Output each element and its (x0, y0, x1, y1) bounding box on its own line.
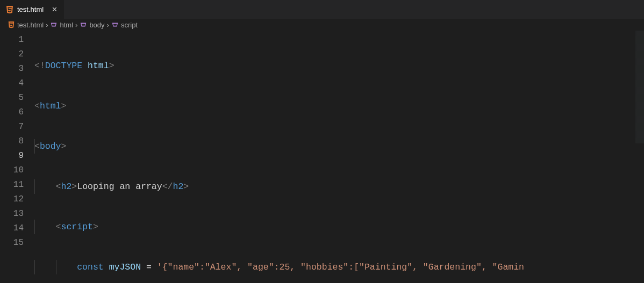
line-number: 1 (0, 33, 24, 47)
line-number: 10 (0, 163, 24, 178)
editor[interactable]: 1 2 3 4 5 6 7 8 9 10 11 12 13 14 15 <!DO… (0, 31, 644, 283)
html-file-icon (8, 21, 15, 28)
breadcrumb: test.html › html › body › script (0, 19, 644, 31)
vertical-scrollbar[interactable] (636, 31, 644, 283)
line-number: 3 (0, 62, 24, 76)
chevron-right-icon: › (107, 21, 109, 29)
line-number: 2 (0, 47, 24, 62)
line-number: 6 (0, 105, 24, 120)
crumb-label: html (60, 21, 73, 29)
line-number: 11 (0, 178, 24, 192)
html-file-icon (5, 5, 14, 14)
code-line: <html> (34, 99, 644, 113)
tab-label: test.html (17, 5, 44, 13)
line-number: 13 (0, 207, 24, 221)
line-number: 12 (0, 192, 24, 207)
symbol-icon (111, 21, 119, 28)
code-line: const myJSON = '{"name":"Alex", "age":25… (34, 260, 644, 274)
crumb-label: test.html (17, 21, 44, 29)
tab-bar: test.html ✕ (0, 0, 644, 19)
code-line: <script> (34, 220, 644, 234)
line-number: 9 (0, 149, 24, 163)
crumb-label: script (121, 21, 138, 29)
chevron-right-icon: › (46, 21, 48, 29)
close-icon[interactable]: ✕ (50, 5, 59, 13)
code-line: <h2>Looping an array</h2> (34, 179, 644, 194)
line-number-gutter: 1 2 3 4 5 6 7 8 9 10 11 12 13 14 15 (0, 31, 34, 283)
symbol-icon (80, 21, 87, 28)
crumb-body[interactable]: body (80, 21, 104, 29)
crumb-script[interactable]: script (111, 21, 138, 29)
line-number: 8 (0, 134, 24, 149)
crumb-html[interactable]: html (50, 21, 73, 29)
crumb-label: body (89, 21, 104, 29)
line-number: 15 (0, 236, 24, 250)
crumb-file[interactable]: test.html (8, 21, 44, 29)
line-number: 5 (0, 91, 24, 105)
symbol-icon (50, 21, 58, 28)
tab-test-html[interactable]: test.html ✕ (0, 0, 64, 19)
code-area[interactable]: <!DOCTYPE html> <html> <body> <h2>Loopin… (34, 31, 644, 283)
line-number: 7 (0, 120, 24, 134)
code-line: <!DOCTYPE html> (34, 59, 644, 73)
code-line: <body> (34, 139, 644, 154)
line-number: 4 (0, 76, 24, 91)
line-number: 14 (0, 221, 24, 236)
chevron-right-icon: › (75, 21, 77, 29)
